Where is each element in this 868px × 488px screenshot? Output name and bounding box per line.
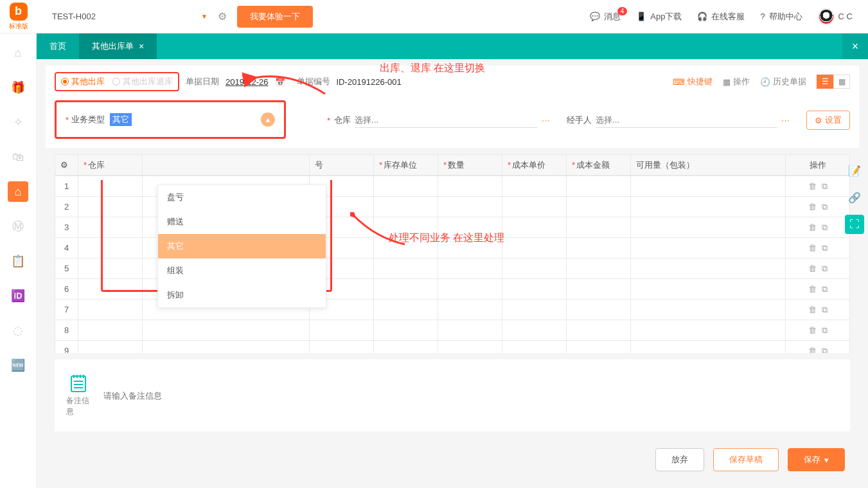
copy-icon[interactable]: ⧉ [822,325,828,336]
save-label: 保存 [804,454,820,465]
view-list-icon[interactable]: ☰ [817,75,833,89]
close-icon[interactable]: × [139,41,144,51]
tenant-selector[interactable]: TEST-H002 ▼ [52,12,213,21]
biztype-dropdown: 盘亏 赠送 其它 组装 拆卸 [157,185,326,308]
link-rail-icon[interactable]: 🔗 [845,188,864,207]
user-menu[interactable]: C C [818,8,853,25]
delete-icon[interactable]: 🗑 [808,222,817,232]
handler-input[interactable] [596,113,777,128]
messages-badge: 4 [617,7,628,15]
discard-button[interactable]: 放弃 [655,448,704,471]
messages[interactable]: 💬 消息 4 [590,11,621,23]
ellipsis-icon[interactable]: ⋯ [781,116,791,125]
ellipsis-icon[interactable]: ⋯ [542,116,551,125]
tab-home-label: 首页 [49,41,66,52]
delete-icon[interactable]: 🗑 [808,243,817,253]
biztype-label: 业务类型 [71,114,105,125]
top-header: b 标准版 TEST-H002 ▼ ⚙ 我要体验一下 💬 消息 4 📱 App下… [0,0,868,33]
copy-icon[interactable]: ⧉ [822,181,828,192]
nav-id-icon[interactable]: 🆔 [8,285,28,306]
shortcut-link[interactable]: ⌨ 快捷键 [673,76,713,87]
logo-icon: b [10,3,28,21]
delete-icon[interactable]: 🗑 [808,305,817,314]
col-cost-price: 成本单价 [512,160,545,170]
nav-star-house-icon[interactable]: ✧ [8,112,28,132]
handler-label: 经手人 [567,114,592,126]
nav-loading-icon[interactable]: ◌ [8,320,28,341]
tab-other-outbound[interactable]: 其他出库单 × [79,33,157,59]
app-download[interactable]: 📱 App下载 [636,11,682,23]
save-draft-button[interactable]: 保存草稿 [713,448,779,471]
copy-icon[interactable]: ⧉ [822,222,828,233]
footer: 放弃 保存草稿 保存 ▾ [46,438,859,482]
main-table: ⚙ *仓库 号 *库存单位 *数量 *成本单价 *成本金额 可用量（包装） 操作 [55,154,850,176]
customer-service[interactable]: 🎧 在线客服 [697,11,745,23]
try-button[interactable]: 我要体验一下 [237,6,313,28]
nav-gift-icon[interactable]: 🎁 [8,77,28,98]
close-all-tabs[interactable]: × [842,33,868,59]
biztype-value[interactable]: 其它 [110,113,132,126]
handler-filter: 经手人 ⋯ [567,113,791,128]
remarks-input[interactable] [103,391,838,401]
gear-icon[interactable]: ⚙ [218,10,227,23]
save-button[interactable]: 保存 ▾ [788,448,845,471]
note-icon: 备注信息 [66,374,91,417]
radio-other-out-return[interactable]: 其他出库退库 [112,76,173,87]
copy-icon[interactable]: ⧉ [822,202,828,212]
copy-icon[interactable]: ⧉ [822,305,828,315]
col-code: 号 [315,160,323,170]
radio-dot-icon [61,78,69,86]
calendar-icon[interactable]: 📅 [275,77,285,87]
copy-icon[interactable]: ⧉ [822,243,828,253]
outbound-type-radios: 其他出库 其他出库退库 [55,72,179,91]
delete-icon[interactable]: 🗑 [808,264,817,273]
operate-link[interactable]: ▦ 操作 [723,76,750,87]
logo[interactable]: b 标准版 [0,0,37,33]
warehouse-input[interactable] [355,113,538,128]
note-rail-icon[interactable]: 📝 [845,161,864,180]
bill-date-value[interactable]: 2019-12-26 [226,77,269,87]
settings-button[interactable]: ⚙ 设置 [806,111,850,130]
help-center[interactable]: ? 帮助中心 [760,11,802,23]
biztype-option[interactable]: 盘亏 [158,185,326,210]
biztype-option[interactable]: 组装 [158,258,326,283]
keyboard-icon: ⌨ [673,77,685,87]
right-rail: 📝 🔗 ⛶ [845,161,867,234]
delete-icon[interactable]: 🗑 [808,346,817,354]
nav-inventory-icon[interactable]: ⌂ [8,181,28,202]
nav-home-icon[interactable]: ⌂ [8,42,28,63]
radio-other-out[interactable]: 其他出库 [61,76,105,87]
biztype-option[interactable]: 其它 [158,234,326,258]
nav-money-icon[interactable]: Ⓜ [8,216,28,237]
biztype-option[interactable]: 赠送 [158,210,326,234]
grid-icon: ▦ [723,77,731,87]
col-cost-amount: 成本金额 [576,160,610,170]
annotation-text-2: 处理不同业务 在这里处理 [389,231,504,245]
bill-no-value: ID-20191226-001 [337,77,402,87]
col-gear[interactable]: ⚙ [55,155,78,176]
nav-new-icon[interactable]: 🆕 [8,355,28,375]
nav-clipboard-icon[interactable]: 📋 [8,251,28,271]
nav-bag-icon[interactable]: 🛍 [8,147,28,167]
delete-icon[interactable]: 🗑 [808,284,817,294]
delete-icon[interactable]: 🗑 [808,202,817,212]
table-row[interactable]: 8 🗑⧉ [55,320,850,341]
gear-icon: ⚙ [815,116,822,125]
history-link[interactable]: 🕘 历史单据 [760,76,806,87]
note-icon-label: 备注信息 [66,395,91,417]
delete-icon[interactable]: 🗑 [808,325,817,335]
message-icon: 💬 [590,12,600,21]
tab-home[interactable]: 首页 [37,33,79,59]
table-row[interactable]: 9 🗑⧉ [55,341,850,354]
tab-active-label: 其他出库单 [92,41,134,52]
copy-icon[interactable]: ⧉ [822,284,828,294]
expand-rail-icon[interactable]: ⛶ [845,215,864,234]
biztype-option[interactable]: 拆卸 [158,283,326,307]
delete-icon[interactable]: 🗑 [808,181,817,191]
help-label: 帮助中心 [769,11,802,23]
chevron-up-icon[interactable]: ▲ [261,113,275,127]
copy-icon[interactable]: ⧉ [822,346,828,354]
view-grid-icon[interactable]: ▦ [833,75,850,89]
filter-row: * 业务类型 其它 ▲ * 仓库 ⋯ [46,98,859,148]
copy-icon[interactable]: ⧉ [822,264,828,274]
